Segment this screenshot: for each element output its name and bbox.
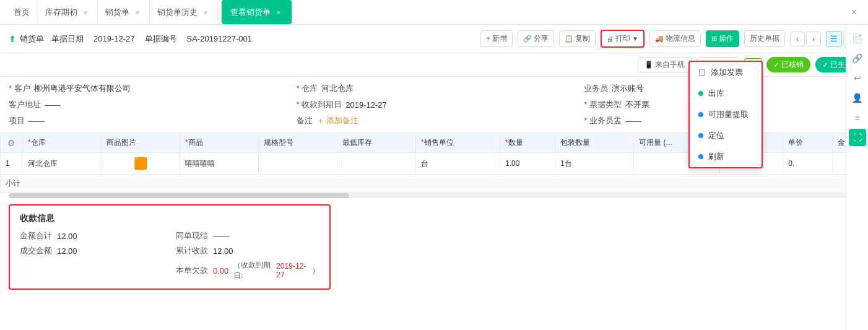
doc-title-text: 销货单 bbox=[20, 33, 44, 45]
add-invoice-item[interactable]: ☐ 添加发票 bbox=[690, 62, 762, 83]
sidebar-expand-icon[interactable]: ⛶ bbox=[849, 129, 866, 146]
employee-value: 演示账号 bbox=[612, 83, 644, 94]
sidebar-list-icon[interactable]: ≡ bbox=[849, 109, 866, 126]
warehouse-value: 河北仓库 bbox=[321, 83, 354, 94]
available-extract-dot bbox=[698, 112, 703, 117]
row-no: 1 bbox=[1, 153, 23, 175]
customer-value: 柳州粤港平安气体有限公司 bbox=[34, 83, 131, 94]
address-row: 客户地址 —— bbox=[9, 99, 284, 110]
refresh-dot bbox=[698, 154, 703, 159]
current-due-row: 本单欠款 0.00 （收款到期日: 2019-12-27） bbox=[176, 260, 319, 281]
tab-inventory-init[interactable]: 库存期初 × bbox=[38, 0, 98, 24]
from-phone-button[interactable]: 📱 来自手机 bbox=[638, 57, 692, 72]
copy-button[interactable]: 📋 复制 bbox=[559, 30, 596, 47]
col-settings: ⚙ bbox=[1, 133, 23, 153]
customer-row: 客户 柳州粤港平安气体有限公司 bbox=[9, 83, 284, 94]
number-label: 单据编号 bbox=[145, 33, 177, 45]
history-button[interactable]: 历史单据 bbox=[744, 30, 785, 47]
current-due-value: 0.00 bbox=[213, 266, 228, 276]
right-sidebar: 📄 🔗 ↩ 👤 ≡ ⛶ bbox=[846, 25, 868, 330]
payment-title: 收款信息 bbox=[20, 213, 319, 224]
toolbar: + 新增 🔗 分享 📋 复制 🖨 打印 ▼ 🚚 物流信息 bbox=[480, 30, 859, 48]
sidebar-doc-icon[interactable]: 📄 bbox=[849, 30, 866, 47]
tab-sales-order-close[interactable]: × bbox=[133, 8, 142, 17]
payment-grid: 金额合计 12.00 成交金额 12.00 同单现结 —— 累计收款 bbox=[20, 230, 319, 281]
single-settlement-value: —— bbox=[213, 232, 229, 241]
tab-bar: 首页 库存期初 × 销货单 × 销货单历史 × 查看销货单 × × bbox=[0, 0, 868, 25]
sidebar-user-icon[interactable]: 👤 bbox=[849, 89, 866, 106]
notes-label: 备注 bbox=[297, 115, 313, 126]
cumulative-payment-row: 累计收款 12.00 bbox=[176, 245, 319, 256]
row-price: 0. bbox=[783, 153, 833, 175]
project-value: —— bbox=[28, 116, 45, 126]
list-view-icon[interactable]: ☰ bbox=[826, 31, 842, 47]
operations-dropdown: ☐ 添加发票 出库 可用量提取 定位 刷新 bbox=[688, 61, 763, 168]
payment-info-box: 收款信息 金额合计 12.00 成交金额 12.00 同单现结 —— bbox=[9, 204, 331, 290]
locate-item[interactable]: 定位 bbox=[690, 125, 762, 146]
row-spec bbox=[258, 153, 337, 175]
tab-sales-history-close[interactable]: × bbox=[201, 8, 210, 17]
col-min-stock: 最低库存 bbox=[337, 133, 415, 153]
settings-icon[interactable]: ⚙ bbox=[7, 138, 15, 148]
invoice-type-value: 不开票 bbox=[625, 99, 649, 110]
operations-button[interactable]: ⊞ 操作 bbox=[706, 30, 739, 47]
row-sales-unit: 台 bbox=[415, 153, 500, 175]
sidebar-link-icon[interactable]: 🔗 bbox=[849, 50, 866, 67]
locate-dot bbox=[698, 133, 703, 138]
new-button[interactable]: + 新增 bbox=[480, 30, 513, 47]
col-price: 单价 bbox=[783, 133, 833, 153]
prev-button[interactable]: ‹ bbox=[790, 32, 805, 46]
share-button[interactable]: 🔗 分享 bbox=[518, 30, 554, 47]
single-settlement-row: 同单现结 —— bbox=[176, 230, 319, 241]
cancelled-button[interactable]: ✓ 已核销 bbox=[766, 57, 810, 72]
transaction-amount-value: 12.00 bbox=[57, 246, 77, 256]
nav-arrows: ‹ › bbox=[790, 32, 821, 46]
main-area: ⬆ 销货单 单据日期 2019-12-27 单据编号 SA-20191227-0… bbox=[0, 25, 868, 330]
tab-inventory-init-close[interactable]: × bbox=[81, 8, 90, 17]
sales-employee-label: 业务员盂 bbox=[584, 115, 622, 126]
date-label: 单据日期 bbox=[51, 33, 84, 45]
warehouse-label: 仓库 bbox=[297, 83, 318, 94]
available-extract-item[interactable]: 可用量提取 bbox=[690, 104, 762, 125]
logistics-button[interactable]: 🚚 物流信息 bbox=[649, 30, 701, 47]
next-button[interactable]: › bbox=[806, 32, 821, 46]
row-product: 嘻嘻嘻嘻 bbox=[180, 153, 258, 175]
col-sales-unit: *销售单位 bbox=[415, 133, 500, 153]
tab-view-sales-close[interactable]: × bbox=[274, 8, 283, 17]
project-label: 项目 bbox=[9, 115, 25, 126]
sidebar-refresh-icon[interactable]: ↩ bbox=[849, 69, 866, 87]
col-product: *商品 bbox=[180, 133, 258, 153]
add-note-button[interactable]: ＋ 添加备注 bbox=[316, 115, 359, 126]
due-date-row: 收款到期日 2019-12-27 bbox=[297, 99, 572, 110]
row-image: 🟧 bbox=[101, 153, 180, 175]
global-close-button[interactable]: × bbox=[846, 7, 862, 18]
row-min-stock bbox=[337, 153, 415, 175]
transaction-amount-label: 成交金额 bbox=[20, 245, 52, 256]
outbound-item[interactable]: 出库 bbox=[690, 83, 762, 104]
sales-employee-value: —— bbox=[625, 116, 641, 126]
total-amount-label: 金额合计 bbox=[20, 230, 52, 241]
print-button[interactable]: 🖨 打印 ▼ bbox=[601, 30, 644, 48]
tab-sales-order[interactable]: 销货单 × bbox=[98, 0, 150, 24]
transaction-amount-row: 成交金额 12.00 bbox=[20, 245, 163, 256]
total-amount-value: 12.00 bbox=[57, 232, 77, 241]
row-qty: 1.00 bbox=[500, 153, 555, 175]
notes-row: 备注 ＋ 添加备注 bbox=[297, 115, 572, 126]
tab-view-sales[interactable]: 查看销货单 × bbox=[222, 0, 292, 24]
due-date-label: 收款到期日 bbox=[297, 99, 342, 110]
outbound-dot bbox=[698, 91, 703, 96]
row-warehouse: 河北仓库 bbox=[23, 153, 102, 175]
refresh-item[interactable]: 刷新 bbox=[690, 146, 762, 167]
doc-header: ⬆ 销货单 单据日期 2019-12-27 单据编号 SA-20191227-0… bbox=[0, 25, 868, 53]
tab-home[interactable]: 首页 bbox=[6, 0, 38, 24]
invoice-type-label: 票据类型 bbox=[584, 99, 622, 110]
doc-meta: 单据日期 2019-12-27 单据编号 SA-20191227-001 bbox=[51, 33, 252, 45]
tab-sales-history[interactable]: 销货单历史 × bbox=[150, 0, 218, 24]
customer-label: 客户 bbox=[9, 83, 30, 94]
address-label: 客户地址 bbox=[9, 99, 41, 110]
subtotal-row: 小计 bbox=[1, 175, 868, 193]
employee-label: 业务员 bbox=[584, 83, 608, 94]
due-date-note: （收款到期日: bbox=[233, 260, 271, 281]
add-invoice-icon: ☐ bbox=[698, 68, 706, 77]
total-amount-row: 金额合计 12.00 bbox=[20, 230, 163, 241]
